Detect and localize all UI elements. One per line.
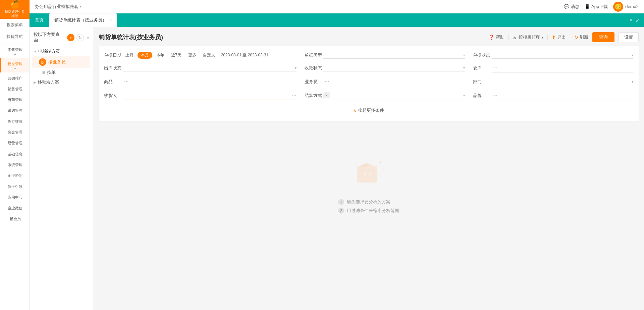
filter-doc-type: 单据类型 ▾ [305, 52, 465, 59]
sidebar-item-corp[interactable]: 企业协同 [0, 170, 29, 180]
sidebar-shortcut-area[interactable]: 快捷导航 [0, 30, 29, 44]
scheme-item-salesman[interactable]: 按 按业务员 [32, 56, 90, 68]
page-header: 销货单统计表(按业务员) ❓ 帮助 🖨 按模板打印 ▾ ⬆ [99, 32, 639, 42]
order-scheme-icon: ⊞ [42, 70, 45, 75]
sidebar-item-operation[interactable]: 经营管理 [0, 137, 29, 148]
search-menu-label[interactable]: 搜索菜单 [7, 22, 23, 28]
app-subtitle: 标版 [11, 14, 18, 18]
refresh-button[interactable]: ↻ 刷新 [574, 34, 588, 40]
sidebar-item-label-wholesale: 批发管理 [8, 61, 22, 66]
doc-status-select[interactable]: ▾ [492, 52, 633, 59]
warehouse-dots[interactable]: ··· [493, 65, 497, 71]
sidebar-item-ecommerce[interactable]: 电商管理 [0, 94, 29, 105]
sidebar-item-arrow-wholesale: ▲ [14, 66, 17, 70]
query-button[interactable]: 查询 [592, 32, 614, 42]
sidebar-item-finance[interactable]: 资金管理 [0, 126, 29, 137]
sidebar-item-purchase[interactable]: 采购管理 [0, 105, 29, 115]
sidebar-item-label-sales: 销售管理 [8, 87, 22, 91]
user-area[interactable]: 😊 demo2 [613, 2, 639, 12]
help-button[interactable]: ❓ 帮助 [489, 34, 504, 40]
scheme-item-byorder[interactable]: ⊞ 按单 [32, 68, 90, 77]
date-last-7days[interactable]: 近7天 [168, 52, 184, 59]
mobile-group-arrow: ▶ [34, 81, 36, 84]
tab-close-window-icon[interactable]: × [629, 17, 632, 23]
scheme-group-mobile[interactable]: ▶ 移动端方案 [30, 77, 93, 87]
sidebar-item-inventory[interactable]: 库存核算 [0, 116, 29, 126]
topbar-title-text: 办公用品行业模拟账套 [35, 4, 78, 10]
sidebar-item-marketing[interactable]: 营销推广 [0, 72, 29, 83]
date-custom[interactable]: 自定义 [200, 52, 218, 59]
out-status-arrow: ▾ [295, 66, 297, 70]
salesman-label: 业务员 [305, 79, 323, 85]
template-print-button[interactable]: 🖨 按模板打印 ▾ [513, 34, 543, 40]
doc-status-arrow: ▾ [632, 53, 633, 57]
sidebar-search-area[interactable]: 搜索菜单 [0, 19, 29, 30]
date-last-month[interactable]: 上月 [123, 52, 136, 59]
tab-sales-stat[interactable]: 销货单统计表（按业务员） × [49, 13, 117, 27]
svg-point-6 [369, 173, 371, 175]
filter-row-3: 商品 ··· 业务员 ··· 部门 [104, 77, 633, 86]
sidebar-item-retail[interactable]: 零售管理▲ [0, 44, 29, 58]
date-this-month[interactable]: 本月 [138, 52, 152, 59]
refresh-label: 刷新 [580, 34, 588, 40]
page-title: 销货单统计表(按业务员) [99, 33, 163, 41]
payment-arrow: ▾ [463, 94, 465, 97]
sidebar-item-sales[interactable]: 销售管理 [0, 83, 29, 94]
app-download-label: App下载 [591, 4, 608, 10]
export-button[interactable]: ⬆ 导出 [552, 34, 566, 40]
tab-home[interactable]: 首页 [30, 13, 49, 27]
sidebar-item-appcenter[interactable]: 应用中心 [0, 192, 29, 202]
recv-status-select[interactable]: ▾ [323, 65, 465, 71]
export-label: 导出 [557, 34, 566, 40]
message-button[interactable]: 💬 消息 [564, 4, 579, 10]
sidebar-item-newguide[interactable]: 新手引导 [0, 181, 29, 192]
app-logo[interactable]: 🍊 畅捷通好生意 标版 [0, 0, 30, 19]
salesman-scheme-icon: 按 [39, 58, 46, 66]
add-scheme-button[interactable]: + [67, 34, 74, 41]
app-download-button[interactable]: 📱 App下载 [585, 4, 608, 10]
consignee-dots[interactable]: ··· [292, 92, 296, 98]
sidebar-item-corpwechat[interactable]: 企业微信 [0, 202, 29, 213]
doc-type-select[interactable]: ▾ [323, 52, 465, 59]
filter-dept: 部门 ▾ [473, 79, 633, 85]
tab-sales-stat-label: 销货单统计表（按业务员） [54, 17, 107, 23]
scheme-group-desktop-title[interactable]: ▼ 电脑端方案 [32, 46, 90, 56]
collapse-panel-button[interactable]: « [87, 35, 89, 40]
refresh-icon: ↻ [574, 35, 578, 40]
topbar-title[interactable]: 办公用品行业模拟账套 ▾ [35, 4, 82, 10]
sidebar-item-wholesale[interactable]: 批发管理▲ [0, 58, 29, 72]
consignee-input[interactable] [123, 93, 290, 98]
sidebar-item-label-finance: 资金管理 [8, 130, 22, 135]
salesman-dots[interactable]: ··· [325, 79, 329, 85]
date-more[interactable]: 更多 [185, 52, 199, 59]
left-panel-header: 按以下方案查询 + ↻ « [30, 30, 93, 46]
recv-status-arrow: ▾ [463, 66, 465, 70]
out-status-select[interactable]: ▾ [123, 65, 297, 71]
tab-expand-icon[interactable]: ⤢ [636, 17, 640, 23]
tabbar: 首页 销货单统计表（按业务员） × × ⤢ [30, 13, 644, 27]
sidebar-item-member[interactable]: 畅会员 [0, 213, 29, 224]
order-scheme-label: 按单 [47, 69, 56, 75]
empty-tip-1: 1 请先选择要分析的方案 [338, 199, 399, 205]
separator1 [508, 35, 509, 40]
sidebar-item-label-member: 畅会员 [10, 216, 21, 221]
tab-close-icon[interactable]: × [109, 18, 112, 22]
payment-tag-close[interactable]: × [325, 93, 328, 98]
collapse-bar[interactable]: ∧ 收起更多条件 [104, 105, 633, 116]
goods-dots[interactable]: ··· [124, 79, 128, 85]
help-icon: ❓ [489, 35, 494, 40]
payment-select[interactable]: × ▾ [323, 91, 465, 100]
brand-dots[interactable]: ··· [493, 92, 497, 98]
consignee-label: 收货人 [104, 93, 123, 99]
sidebar-item-system[interactable]: 系统管理 [0, 159, 29, 170]
scheme-query-label: 按以下方案查询 [34, 32, 64, 44]
refresh-scheme-button[interactable]: ↻ [76, 34, 84, 41]
sidebar-item-basic[interactable]: 基础信息 [0, 148, 29, 159]
settings-button[interactable]: 设置 [619, 32, 639, 42]
date-range-text: 2023-03-01 至 2023-03-31 [221, 52, 268, 58]
shortcut-label[interactable]: 快捷导航 [7, 32, 23, 42]
dept-select[interactable]: ▾ [492, 79, 633, 85]
date-this-year[interactable]: 本年 [154, 52, 167, 59]
group-desktop-label: 电脑端方案 [38, 48, 60, 54]
filter-goods: 商品 ··· [104, 77, 297, 86]
